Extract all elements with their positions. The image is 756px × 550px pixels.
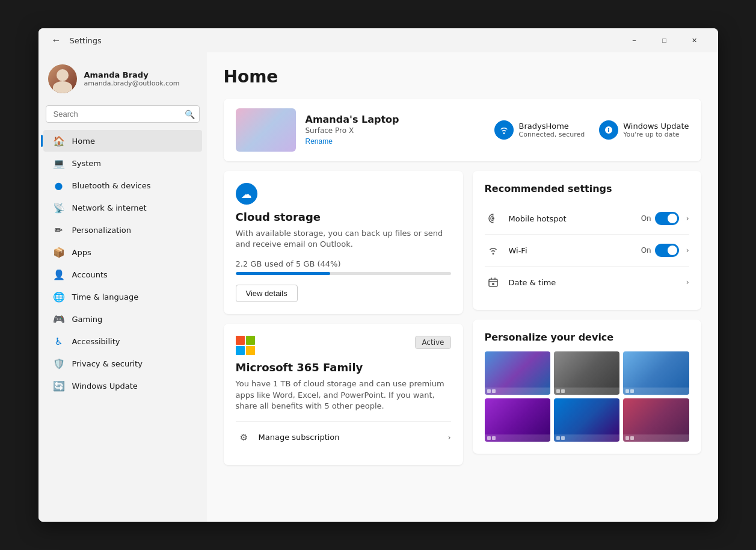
sidebar-item-network[interactable]: 📡 Network & internet [43, 197, 202, 218]
accounts-icon: 👤 [53, 268, 65, 280]
device-status-group: BradysHome Connected, secured Windows Up… [494, 120, 689, 140]
sidebar-item-apps[interactable]: 📦 Apps [43, 241, 202, 263]
storage-percent: ( [315, 259, 320, 268]
cloud-storage-card: ☁ Cloud storage With available storage, … [224, 171, 463, 314]
update-status-text: You're up to date [623, 131, 689, 138]
wifi-toggle-group: On [641, 244, 679, 257]
rec-item-wifi[interactable]: Wi-Fi On › [485, 235, 689, 267]
ms365-card: Active Microsoft 365 Family You have 1 T… [224, 324, 463, 465]
sidebar-label-accounts: Accounts [72, 270, 108, 279]
sidebar-item-accessibility[interactable]: ♿ Accessibility [43, 330, 202, 352]
avatar [48, 64, 77, 93]
storage-progress-bg [236, 272, 451, 275]
wallpaper-5[interactable] [554, 398, 619, 442]
rec-item-datetime[interactable]: Date & time › [485, 267, 689, 298]
sidebar-item-personalization[interactable]: ✏️ Personalization [43, 219, 202, 241]
sidebar-item-gaming[interactable]: 🎮 Gaming [43, 308, 202, 330]
search-box: 🔍 [46, 105, 200, 123]
wifi-info: BradysHome Connected, secured [518, 122, 585, 138]
cloud-title: Cloud storage [236, 211, 451, 223]
sidebar: Amanda Brady amanda.brady@outlook.com 🔍 … [38, 52, 207, 522]
ms365-desc: You have 1 TB of cloud storage and can u… [236, 379, 451, 412]
left-column: ☁ Cloud storage With available storage, … [224, 171, 463, 465]
update-name: Windows Update [623, 122, 689, 131]
minimize-button[interactable]: − [621, 31, 648, 50]
window-title: Settings [70, 36, 621, 45]
maximize-button[interactable]: □ [651, 31, 678, 50]
rename-button[interactable]: Rename [306, 137, 333, 146]
view-details-button[interactable]: View details [236, 285, 298, 302]
storage-info: 2.2 GB used of 5 GB (44%) [236, 259, 451, 268]
device-info: Amanda's Laptop Surface Pro X Rename [306, 114, 485, 146]
rec-label-wifi: Wi-Fi [509, 246, 634, 255]
wifi-status: Connected, secured [518, 131, 585, 138]
wallpaper-1[interactable] [485, 351, 550, 395]
sidebar-label-network: Network & internet [72, 203, 147, 212]
time-icon: 🌐 [53, 291, 65, 303]
back-button[interactable]: ← [48, 32, 65, 49]
device-model: Surface Pro X [306, 126, 485, 135]
storage-total: 5 GB [296, 259, 315, 268]
wallpaper-3[interactable] [623, 351, 689, 395]
hotspot-toggle-group: On [641, 212, 679, 225]
ms365-title: Microsoft 365 Family [236, 361, 451, 374]
sidebar-item-system[interactable]: 💻 System [43, 152, 202, 174]
sidebar-label-bluetooth: Bluetooth & devices [72, 181, 151, 190]
system-icon: 💻 [53, 157, 65, 169]
manage-chevron-icon: › [448, 433, 451, 442]
wifi-toggle[interactable] [655, 244, 679, 257]
cloud-icon: ☁ [236, 183, 257, 205]
storage-detail: used of [265, 259, 296, 268]
manage-subscription-row[interactable]: ⚙️ Manage subscription › [236, 421, 451, 453]
sidebar-label-apps: Apps [72, 248, 91, 257]
sidebar-item-home[interactable]: 🏠 Home [43, 130, 202, 152]
avatar-image [48, 64, 77, 93]
update-status-item: Windows Update You're up to date [599, 120, 689, 140]
sidebar-item-accounts[interactable]: 👤 Accounts [43, 264, 202, 285]
settings-window: ← Settings − □ ✕ Amanda Brady amanda.bra… [38, 28, 718, 522]
apps-icon: 📦 [53, 246, 65, 258]
wallpaper-4[interactable] [485, 398, 550, 442]
title-bar: ← Settings − □ ✕ [38, 28, 718, 52]
personalization-icon: ✏️ [53, 224, 65, 236]
datetime-icon [485, 274, 502, 291]
recommended-settings-card: Recommended settings Mobile hotspot On [473, 171, 701, 310]
hotspot-toggle[interactable] [655, 212, 679, 225]
hotspot-chevron-icon: › [686, 214, 689, 223]
search-input[interactable] [46, 105, 200, 123]
manage-label: Manage subscription [259, 433, 442, 442]
storage-pct: 44% [321, 259, 338, 268]
wallpaper-6[interactable] [623, 398, 689, 442]
search-icon-button[interactable]: 🔍 [185, 110, 195, 119]
wallpaper-2[interactable] [554, 351, 619, 395]
rec-label-hotspot: Mobile hotspot [509, 214, 634, 223]
sidebar-item-bluetooth[interactable]: ● Bluetooth & devices [43, 175, 202, 196]
device-thumbnail [236, 108, 296, 152]
hotspot-icon [485, 210, 502, 227]
sidebar-item-update[interactable]: 🔄 Windows Update [43, 375, 202, 397]
privacy-icon: 🛡️ [53, 357, 65, 369]
storage-progress-fill [236, 272, 331, 275]
gear-icon: ⚙️ [236, 429, 253, 446]
sidebar-nav: 🏠 Home 💻 System ● Bluetooth & devices 📡 … [38, 130, 207, 397]
network-icon: 📡 [53, 202, 65, 214]
close-button[interactable]: ✕ [681, 31, 708, 50]
ms-logo [236, 336, 255, 355]
sidebar-label-system: System [72, 159, 101, 168]
sidebar-label-personalization: Personalization [72, 226, 132, 235]
user-section: Amanda Brady amanda.brady@outlook.com [38, 60, 207, 103]
update-icon: 🔄 [53, 380, 65, 392]
wifi-name: BradysHome [518, 122, 585, 131]
update-info: Windows Update You're up to date [623, 122, 689, 138]
user-email: amanda.brady@outlook.com [84, 79, 180, 87]
sidebar-item-time[interactable]: 🌐 Time & language [43, 286, 202, 307]
sidebar-label-gaming: Gaming [72, 315, 103, 324]
right-column: Recommended settings Mobile hotspot On [473, 171, 701, 465]
rec-label-datetime: Date & time [509, 278, 679, 287]
rec-item-hotspot[interactable]: Mobile hotspot On › [485, 203, 689, 235]
storage-paren: ) [337, 259, 340, 268]
sidebar-item-privacy[interactable]: 🛡️ Privacy & security [43, 353, 202, 374]
hotspot-on-label: On [641, 214, 651, 223]
user-info: Amanda Brady amanda.brady@outlook.com [84, 70, 180, 87]
recommended-title: Recommended settings [485, 183, 689, 194]
